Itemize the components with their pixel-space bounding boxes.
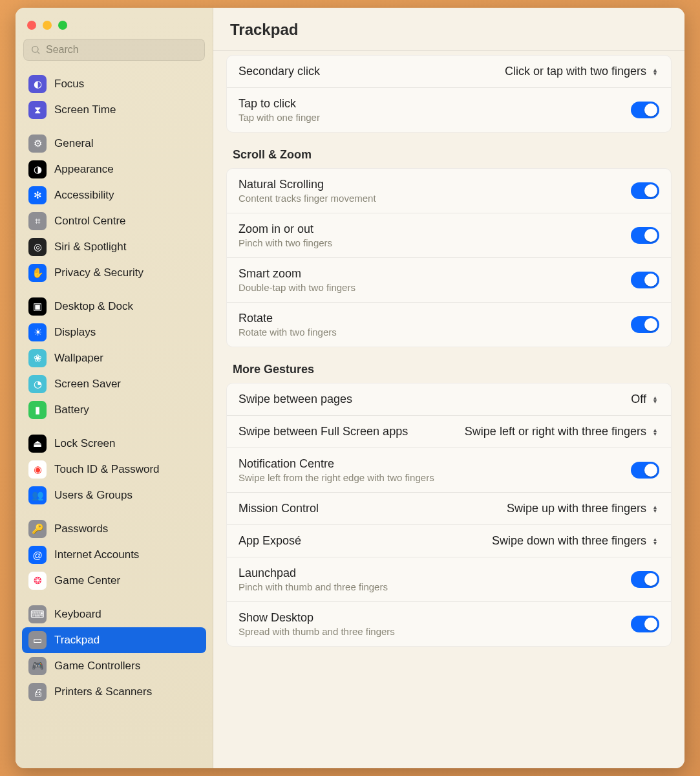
sidebar-item-label: Lock Screen [54,437,116,450]
setting-row-launchpad: LaunchpadPinch with thumb and three fing… [227,557,671,602]
sidebar-item-game-controllers[interactable]: 🎮Game Controllers [22,653,206,679]
sidebar-item-game-center[interactable]: ❂Game Center [22,568,206,594]
sidebar-item-passwords[interactable]: 🔑Passwords [22,516,206,542]
setting-sublabel: Spread with thumb and three fingers [239,626,395,637]
sidebar-item-lock-screen[interactable]: ⏏Lock Screen [22,431,206,457]
mission-control-popup[interactable]: Swipe up with three fingers▴▾ [507,502,659,515]
setting-row-smart-zoom: Smart zoomDouble-tap with two fingers [227,258,671,303]
lock-screen-icon: ⏏ [28,435,47,453]
sidebar-item-accessibility[interactable]: ✻Accessibility [22,182,206,208]
setting-row-zoom-in-or-out: Zoom in or outPinch with two fingers [227,213,671,258]
setting-sublabel: Pinch with thumb and three fingers [239,581,388,592]
secondary-click-popup[interactable]: Click or tap with two fingers▴▾ [505,65,659,78]
siri-spotlight-icon: ◎ [28,238,47,256]
notification-centre-toggle[interactable] [631,462,659,479]
sidebar-item-general[interactable]: ⚙General [22,131,206,156]
swipe-between-full-screen-apps-popup[interactable]: Swipe left or right with three fingers▴▾ [465,425,659,438]
sidebar-item-wallpaper[interactable]: ❀Wallpaper [22,345,206,371]
setting-sublabel: Pinch with two fingers [239,237,332,248]
setting-sublabel: Double-tap with two fingers [239,282,355,293]
setting-row-mission-control: Mission ControlSwipe up with three finge… [227,493,671,525]
setting-row-natural-scrolling: Natural ScrollingContent tracks finger m… [227,169,671,213]
sidebar-item-label: Game Controllers [54,660,140,673]
sidebar-item-label: Touch ID & Password [54,463,160,476]
close-icon[interactable] [27,21,36,30]
sidebar-item-battery[interactable]: ▮Battery [22,397,206,423]
sidebar: ◐Focus⧗Screen Time⚙General◑Appearance✻Ac… [16,8,213,768]
zoom-in-or-out-toggle[interactable] [631,227,659,244]
setting-sublabel: Content tracks finger movement [239,193,376,204]
game-center-icon: ❂ [28,572,47,590]
sidebar-item-label: Internet Accounts [54,548,139,561]
smart-zoom-toggle[interactable] [631,272,659,288]
sidebar-item-control-centre[interactable]: ⌗Control Centre [22,208,206,234]
sidebar-item-focus[interactable]: ◐Focus [22,71,206,97]
rotate-toggle[interactable] [631,316,659,333]
show-desktop-toggle[interactable] [631,616,659,632]
accessibility-icon: ✻ [28,186,47,204]
setting-label: Smart zoom [239,267,355,281]
content-pane: Trackpad Secondary clickClick or tap wit… [213,8,684,768]
sidebar-item-label: Accessibility [54,189,114,202]
popup-value: Swipe left or right with three fingers [465,425,646,438]
settings-card-scroll-zoom: Natural ScrollingContent tracks finger m… [226,168,672,347]
search-field[interactable] [23,39,205,61]
setting-label: Natural Scrolling [239,178,376,191]
setting-row-secondary-click: Secondary clickClick or tap with two fin… [227,56,671,88]
setting-label: Zoom in or out [239,222,332,236]
sidebar-item-label: Screen Time [54,103,116,116]
setting-label: Rotate [239,312,337,325]
game-controllers-icon: 🎮 [28,657,47,675]
internet-accounts-icon: @ [28,546,47,564]
chevron-updown-icon: ▴▾ [650,503,659,515]
sidebar-item-users-groups[interactable]: 👥Users & Groups [22,482,206,508]
wallpaper-icon: ❀ [28,349,47,367]
settings-card-more-gestures: Swipe between pagesOff▴▾Swipe between Fu… [226,383,672,647]
sidebar-item-screen-saver[interactable]: ◔Screen Saver [22,371,206,397]
launchpad-toggle[interactable] [631,571,659,588]
chevron-updown-icon: ▴▾ [650,394,659,405]
sidebar-item-printers-scanners[interactable]: 🖨Printers & Scanners [22,679,206,705]
sidebar-item-internet-accounts[interactable]: @Internet Accounts [22,542,206,568]
control-centre-icon: ⌗ [28,212,47,230]
sidebar-item-touch-id-password[interactable]: ◉Touch ID & Password [22,457,206,482]
tap-to-click-toggle[interactable] [631,102,659,118]
sidebar-item-screen-time[interactable]: ⧗Screen Time [22,97,206,123]
minimize-icon[interactable] [43,21,52,30]
setting-label: Notification Centre [239,457,434,471]
sidebar-item-siri-spotlight[interactable]: ◎Siri & Spotlight [22,234,206,260]
sidebar-item-appearance[interactable]: ◑Appearance [22,156,206,182]
popup-value: Off [631,393,646,406]
popup-value: Click or tap with two fingers [505,65,646,78]
section-title-more-gestures: More Gestures [233,363,665,376]
sidebar-item-desktop-dock[interactable]: ▣Desktop & Dock [22,294,206,319]
trackpad-icon: ▭ [28,631,47,649]
chevron-updown-icon: ▴▾ [650,426,659,438]
setting-sublabel: Tap with one finger [239,112,320,123]
displays-icon: ☀ [28,323,47,341]
sidebar-item-label: Passwords [54,523,108,535]
passwords-icon: 🔑 [28,520,47,538]
setting-label: Swipe between pages [239,393,352,406]
screen-time-icon: ⧗ [28,101,47,119]
search-icon [30,45,41,55]
panel-scroll[interactable]: Secondary clickClick or tap with two fin… [213,51,684,768]
sidebar-item-label: General [54,137,93,150]
sidebar-item-displays[interactable]: ☀Displays [22,319,206,345]
maximize-icon[interactable] [58,21,67,30]
swipe-between-pages-popup[interactable]: Off▴▾ [631,393,659,406]
desktop-dock-icon: ▣ [28,297,47,316]
setting-row-app-expos-: App ExposéSwipe down with three fingers▴… [227,525,671,557]
natural-scrolling-toggle[interactable] [631,182,659,199]
search-input[interactable] [46,44,198,56]
page-title: Trackpad [213,8,684,51]
privacy-security-icon: ✋ [28,264,47,282]
sidebar-item-keyboard[interactable]: ⌨Keyboard [22,601,206,627]
app-expos--popup[interactable]: Swipe down with three fingers▴▾ [492,534,659,548]
sidebar-item-label: Game Center [54,574,120,587]
sidebar-nav: ◐Focus⧗Screen Time⚙General◑Appearance✻Ac… [16,67,213,706]
sidebar-item-trackpad[interactable]: ▭Trackpad [22,627,206,653]
sidebar-item-label: Screen Saver [54,378,121,391]
setting-label: Launchpad [239,566,388,580]
sidebar-item-privacy-security[interactable]: ✋Privacy & Security [22,260,206,286]
